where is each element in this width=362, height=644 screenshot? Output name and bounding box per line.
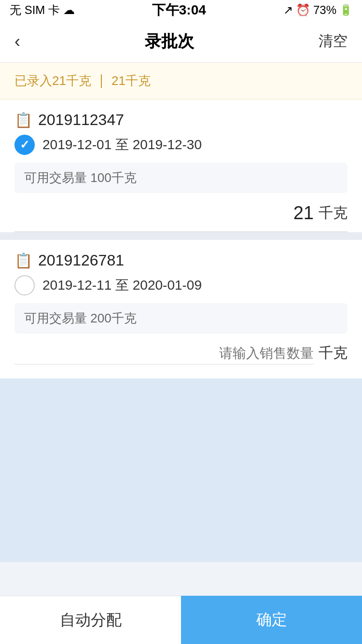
batch-available-2: 可用交易量 200千克 (14, 303, 348, 334)
status-left: 无 SIM 卡 ☁ (10, 2, 75, 18)
batch-quantity-row-1: 千克 (14, 193, 348, 232)
batch-card-1: 📋 2019112347 2019-12-01 至 2019-12-30 可用交… (0, 99, 362, 232)
status-right: ↗ ⏰ 73% 🔋 (283, 3, 352, 17)
batch-icon-1: 📋 (14, 112, 32, 128)
auto-distribute-button[interactable]: 自动分配 (0, 596, 181, 644)
quantity-input-1[interactable] (275, 203, 314, 224)
status-bar: 无 SIM 卡 ☁ 下午3:04 ↗ ⏰ 73% 🔋 (0, 0, 362, 20)
batch-date-row-2: 2019-12-11 至 2020-01-09 (14, 275, 348, 295)
quantity-unit-2: 千克 (319, 343, 348, 367)
quantity-unit-1: 千克 (319, 203, 348, 223)
battery-text: 73% (313, 3, 336, 17)
batch-date-1: 2019-12-01 至 2019-12-30 (42, 136, 202, 154)
no-sim-text: 无 SIM 卡 ☁ (10, 2, 75, 18)
radio-1[interactable] (14, 135, 35, 155)
summary-amount: 21千克 (111, 72, 151, 89)
input-underline-2 (14, 364, 314, 364)
back-button[interactable]: ‹ (14, 31, 20, 52)
summary-label: 已录入21千克 (14, 72, 91, 89)
summary-bar: 已录入21千克 21千克 (0, 63, 362, 99)
light-blue-area (0, 378, 362, 562)
bottom-bar: 自动分配 确定 (0, 596, 362, 644)
batch-header-1: 📋 2019112347 (14, 111, 348, 129)
summary-divider (101, 74, 102, 88)
batch-header-2: 📋 2019126781 (14, 252, 348, 269)
batch-id-2: 2019126781 (38, 252, 124, 269)
battery-icon: 🔋 (339, 4, 352, 16)
page-title: 录批次 (145, 30, 194, 53)
alarm-icon: ⏰ (296, 3, 310, 17)
batch-available-1: 可用交易量 100千克 (14, 163, 348, 193)
radio-2[interactable] (14, 275, 35, 295)
batch-icon-2: 📋 (14, 252, 32, 269)
batch-card-2: 📋 2019126781 2019-12-11 至 2020-01-09 可用交… (0, 240, 362, 378)
clear-button[interactable]: 清空 (319, 31, 348, 51)
status-time: 下午3:04 (152, 1, 206, 19)
batch-date-row-1: 2019-12-01 至 2019-12-30 (14, 135, 348, 155)
quantity-input-2[interactable] (14, 346, 314, 361)
batch-separator-1 (0, 232, 362, 240)
batch-id-1: 2019112347 (38, 111, 124, 129)
nav-bar: ‹ 录批次 清空 (0, 20, 362, 63)
location-icon: ↗ (283, 3, 293, 17)
batch-date-2: 2019-12-11 至 2020-01-09 (42, 276, 202, 294)
quantity-input-row-2: 千克 (14, 334, 348, 367)
page-content: 已录入21千克 21千克 📋 2019112347 2019-12-01 至 2… (0, 63, 362, 610)
confirm-button[interactable]: 确定 (181, 596, 362, 644)
